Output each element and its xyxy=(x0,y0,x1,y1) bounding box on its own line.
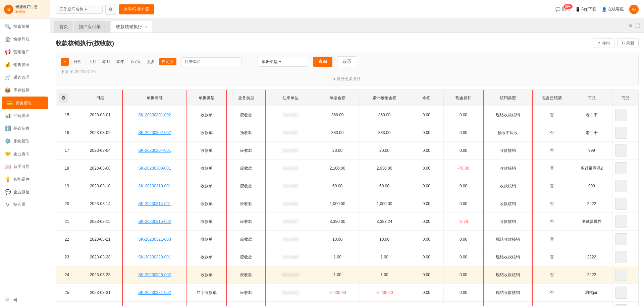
th-settled: 包含已结清 xyxy=(533,90,571,106)
sidebar-item-enterprise[interactable]: 🤝企业协同 xyxy=(0,147,50,160)
service-icon: 👤 xyxy=(602,7,607,12)
export-label: 导出 xyxy=(602,40,610,46)
bill-type-select[interactable]: 单据类型 ▾ xyxy=(258,57,308,67)
basic-icon: ℹ️ xyxy=(5,125,11,131)
msg-badge: 99+ xyxy=(564,4,573,9)
sidebar-item-purchase[interactable]: 🛒采购管理 xyxy=(0,71,50,84)
topbar-settings-btn[interactable]: ⚙ xyxy=(105,4,116,15)
cell-balance: 0.00 xyxy=(409,266,444,284)
cell-goods: 2222 xyxy=(571,248,612,266)
online-service-btn[interactable]: 👤 在线客服 xyxy=(602,6,624,12)
cell-no: 20 xyxy=(56,195,78,213)
sidebar-item-basic[interactable]: ℹ️基础信息 xyxy=(0,122,50,135)
goods-thumbnail xyxy=(615,109,627,121)
cell-billno[interactable]: SK-20230314-001 xyxy=(122,195,187,213)
cell-no: 23 xyxy=(56,248,78,266)
goods-thumbnail xyxy=(615,251,627,263)
tab-writeoff[interactable]: 收款核销执行× xyxy=(111,21,152,33)
sidebar-item-guide[interactable]: 📖新手引导 xyxy=(0,160,50,173)
settings-footer-icon[interactable]: ⚙ xyxy=(5,296,9,303)
date-custom-btn[interactable]: 自定义 xyxy=(159,58,176,65)
cell-billno[interactable]: SK-20230331-002 xyxy=(122,284,187,302)
cell-partner: blurred3 xyxy=(266,142,315,160)
refresh-btn[interactable]: ↻ 刷新 xyxy=(617,38,639,48)
cell-billno[interactable]: SK-20230308-001 xyxy=(122,160,187,177)
sidebar-item-marketing[interactable]: 📢营销推广 xyxy=(0,46,50,58)
export-btn[interactable]: ↗ 导出 xyxy=(593,38,614,48)
cell-billno[interactable]: SK-20230328-002 xyxy=(122,266,187,284)
tab-close-writeoff[interactable]: × xyxy=(145,25,147,29)
sidebar-item-operation[interactable]: 📊经营管理 xyxy=(0,109,50,122)
sidebar-item-hardware[interactable]: 💡智能硬件 xyxy=(0,173,50,186)
date-this-year[interactable]: 本年 xyxy=(114,58,126,65)
cell-billno[interactable]: SK-20230321-003 xyxy=(122,231,187,248)
date-last-month[interactable]: 上月 xyxy=(86,58,98,65)
cell-writetype: 收款核销 xyxy=(483,142,533,160)
member-label: 畅会员 xyxy=(13,202,25,207)
cell-billno[interactable]: SK-20230403-002 xyxy=(122,302,187,306)
finance-icon: 💳 xyxy=(7,100,13,106)
workspace-selector[interactable]: 工作空间名称 ▾ xyxy=(56,5,103,14)
guide-icon: 📖 xyxy=(5,164,11,170)
cell-billno[interactable]: SK-20230328-001 xyxy=(122,248,187,266)
cell-goods: 老白干 xyxy=(571,124,612,142)
cell-settled: 否 xyxy=(533,213,571,231)
cell-goodsimg xyxy=(612,213,638,231)
sidebar-item-wechat[interactable]: 💬企业微信 xyxy=(0,186,50,198)
date-more[interactable]: 更多 xyxy=(145,58,157,65)
topbar: 工作空间名称 ▾ ⚙ 体验行业方案 💬 消息 99+ 📱 App下载 👤 在线客… xyxy=(50,0,644,19)
filter-settings-btn[interactable]: 设置 xyxy=(337,56,357,67)
tab-prewrite[interactable]: 预冲应付单× xyxy=(74,21,110,33)
cell-biztype: 应收款 xyxy=(226,248,266,266)
th-settings[interactable]: ⚙ xyxy=(56,90,78,106)
cell-billtype: 收款单 xyxy=(187,266,226,284)
cell-goods: 123D商品 xyxy=(571,302,612,306)
cell-goods: 999 xyxy=(571,142,612,160)
tab-label-prewrite: 预冲应付单 xyxy=(79,24,101,30)
table-row: 16 2023-03-02 SK-20230302-002 收款单 预收款 bl… xyxy=(56,124,638,142)
cell-goods: 2222 xyxy=(571,195,612,213)
table-row: 17 2023-03-04 SK-20230304-001 收款单 应收款 bl… xyxy=(56,142,638,160)
cell-writetype: 现结收款核销 xyxy=(483,106,533,124)
cell-settled: 否 xyxy=(533,231,571,248)
shortcut-icon: 🏠 xyxy=(5,36,11,42)
filter-expand-btn[interactable]: » xyxy=(61,58,69,66)
cell-billno[interactable]: SK-20230302-002 xyxy=(122,124,187,142)
sidebar-item-system[interactable]: ⚙️系统管理 xyxy=(0,135,50,147)
goods-thumbnail xyxy=(615,233,627,245)
sidebar-item-finance[interactable]: 💳资金管理 xyxy=(2,97,48,109)
sidebar-item-member[interactable]: V畅会员 xyxy=(0,198,50,211)
user-avatar[interactable]: Rit xyxy=(629,5,639,14)
cell-billno[interactable]: SK-20230315-002 xyxy=(122,213,187,231)
filter-bar: » 日期 上月 本月 本年 近7天 更多 自定义 ··· 单据类型 xyxy=(56,53,639,85)
filter-dates: 上月 本月 本年 近7天 更多 自定义 xyxy=(86,58,176,65)
cell-settled: 否 xyxy=(533,302,571,306)
close-tab-icon[interactable]: ✕ xyxy=(629,23,633,28)
date-this-month[interactable]: 本月 xyxy=(100,58,112,65)
expand-more-btn[interactable]: ▾ 展开更多条件 xyxy=(61,76,634,82)
industry-btn[interactable]: 体验行业方案 xyxy=(119,4,154,14)
sidebar-nav: 🔍搜索菜单🏠快捷导航📢营销推广💰销售管理🛒采购管理📦库存核算💳资金管理📊经营管理… xyxy=(0,19,50,293)
sidebar-item-shortcut[interactable]: 🏠快捷导航 xyxy=(0,33,50,46)
cell-amount: 333.00 xyxy=(315,124,360,142)
cell-billno[interactable]: SK-20230310-001 xyxy=(122,177,187,195)
sidebar-item-inventory[interactable]: 📦库存核算 xyxy=(0,84,50,97)
tab-close-prewrite[interactable]: × xyxy=(103,25,105,29)
sidebar-item-sales[interactable]: 💰销售管理 xyxy=(0,58,50,71)
cell-goodsimg xyxy=(612,142,638,160)
cell-balance: 0.00 xyxy=(409,284,444,302)
search-btn[interactable]: 查询 xyxy=(313,57,332,67)
table-row: 24 2023-03-28 SK-20230328-002 收款单 应收款 bl… xyxy=(56,266,638,284)
cell-billno[interactable]: SK-20230301-002 xyxy=(122,106,187,124)
app-download-btn[interactable]: 📱 App下载 xyxy=(575,6,596,12)
date-7days[interactable]: 近7天 xyxy=(128,58,143,65)
collapse-icon[interactable]: ◀ xyxy=(13,296,17,303)
expand-tab-icon[interactable]: ⛶ xyxy=(635,23,640,28)
cell-billno[interactable]: SK-20230304-001 xyxy=(122,142,187,160)
tab-home[interactable]: 首页 xyxy=(54,21,73,33)
message-btn[interactable]: 💬 消息 99+ xyxy=(555,6,570,12)
cell-date: 2023-03-08 xyxy=(78,160,123,177)
sidebar-item-search[interactable]: 🔍搜索菜单 xyxy=(0,20,50,33)
cell-writetype: 收款核销 xyxy=(483,195,533,213)
partner-input[interactable] xyxy=(181,57,241,66)
